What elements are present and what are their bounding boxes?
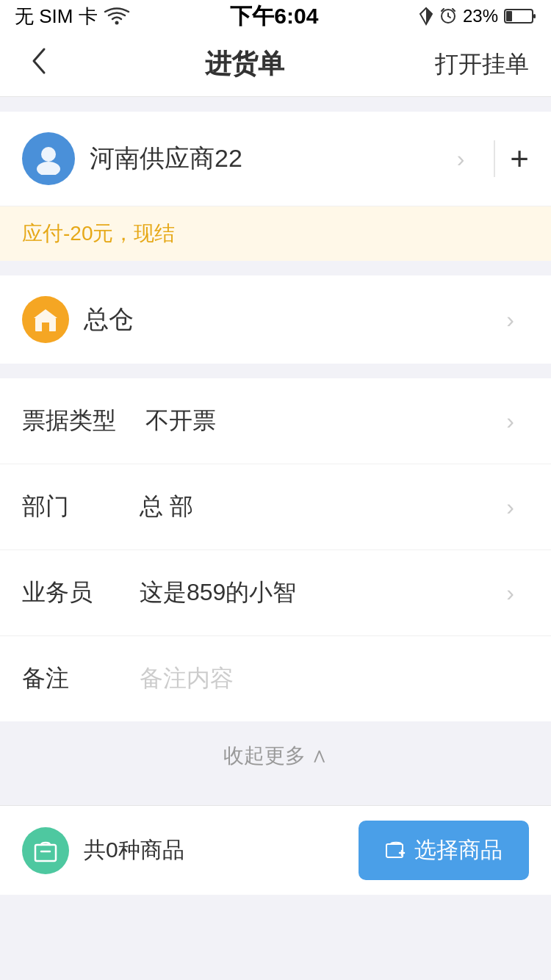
warehouse-divider — [0, 261, 551, 275]
invoice-type-row[interactable]: 票据类型 不开票 › — [0, 378, 551, 464]
status-bar: 无 SIM 卡 下午6:04 23% — [0, 0, 551, 32]
warehouse-section: 总仓 › — [0, 275, 551, 364]
svg-point-10 — [37, 162, 60, 175]
product-count: 共0种商品 — [84, 835, 359, 865]
department-label: 部门 — [22, 491, 110, 523]
invoice-type-label: 票据类型 — [22, 405, 116, 437]
salesperson-label: 业务员 — [22, 577, 110, 609]
salesperson-row[interactable]: 业务员 这是859的小智 › — [0, 550, 551, 636]
open-pending-button[interactable]: 打开挂单 — [435, 48, 529, 81]
svg-rect-8 — [533, 14, 536, 18]
salesperson-chevron-icon: › — [506, 580, 514, 607]
notice-text: 应付-20元，现结 — [22, 222, 175, 245]
nav-bar: 进货单 打开挂单 — [0, 32, 551, 97]
battery-text: 23% — [463, 6, 498, 26]
collapse-row[interactable]: 收起更多 ∧ — [0, 721, 551, 790]
remark-input[interactable]: 备注内容 — [140, 663, 529, 695]
supplier-chevron-icon: › — [457, 145, 465, 173]
alarm-icon — [439, 7, 457, 26]
warehouse-chevron-icon: › — [506, 306, 514, 334]
status-right: 23% — [419, 6, 536, 26]
product-icon — [22, 827, 69, 874]
select-product-button[interactable]: 选择商品 — [359, 821, 529, 880]
wifi-icon — [104, 7, 130, 26]
warehouse-icon — [22, 296, 69, 343]
page-title: 进货单 — [205, 46, 284, 82]
back-button[interactable] — [22, 39, 54, 90]
remark-row[interactable]: 备注 备注内容 — [0, 636, 551, 721]
supplier-row[interactable]: 河南供应商22 › + — [0, 112, 551, 206]
status-time: 下午6:04 — [230, 1, 318, 32]
location-icon — [419, 7, 433, 26]
carrier-text: 无 SIM 卡 — [15, 4, 98, 29]
warehouse-row[interactable]: 总仓 › — [0, 275, 551, 364]
battery-icon — [504, 7, 536, 25]
add-supplier-button[interactable]: + — [510, 143, 529, 175]
svg-point-9 — [41, 147, 56, 162]
department-row[interactable]: 部门 总 部 › — [0, 464, 551, 550]
svg-marker-12 — [34, 309, 57, 318]
invoice-type-value: 不开票 — [145, 405, 506, 437]
select-product-label: 选择商品 — [414, 835, 503, 865]
top-divider — [0, 97, 551, 112]
vertical-divider — [494, 140, 495, 177]
invoice-type-chevron-icon: › — [506, 408, 514, 435]
svg-rect-14 — [35, 845, 56, 861]
svg-rect-13 — [42, 323, 49, 331]
svg-line-3 — [448, 16, 450, 18]
svg-point-0 — [115, 21, 118, 25]
bottom-bar: 共0种商品 选择商品 — [0, 805, 551, 895]
remark-label: 备注 — [22, 663, 110, 695]
collapse-label: 收起更多 ∧ — [223, 744, 328, 767]
supplier-avatar — [22, 132, 75, 185]
notice-bar: 应付-20元，现结 — [0, 206, 551, 261]
supplier-name: 河南供应商22 — [90, 142, 457, 176]
svg-rect-16 — [386, 844, 403, 857]
status-left: 无 SIM 卡 — [15, 4, 130, 29]
supplier-section: 河南供应商22 › + 应付-20元，现结 — [0, 112, 551, 261]
svg-rect-7 — [506, 11, 512, 21]
main-content: 河南供应商22 › + 应付-20元，现结 总仓 › 票据 — [0, 97, 551, 980]
department-chevron-icon: › — [506, 494, 514, 521]
salesperson-value: 这是859的小智 — [140, 577, 506, 609]
select-product-icon — [385, 840, 407, 862]
warehouse-name: 总仓 — [84, 303, 506, 336]
form-section: 票据类型 不开票 › 部门 总 部 › 业务员 这是859的小智 › 备注 备注… — [0, 378, 551, 721]
department-value: 总 部 — [140, 491, 506, 523]
